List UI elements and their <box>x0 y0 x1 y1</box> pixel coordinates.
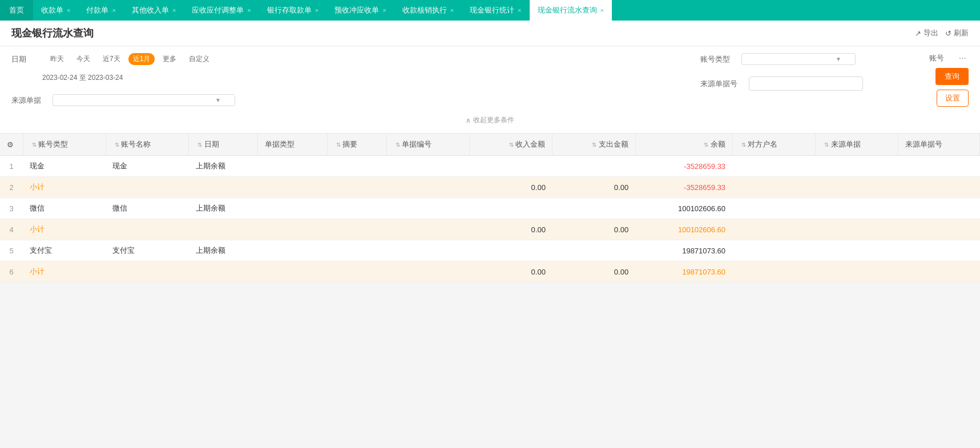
nav-tab-close-8[interactable]: × <box>600 0 604 21</box>
cell-doc-num <box>386 261 469 282</box>
source-doc-num-label: 来源单据号 <box>700 79 737 89</box>
col-header-source-doc-num[interactable]: 来源单据号 <box>898 134 980 156</box>
nav-tab-0[interactable]: 收款单 × <box>33 0 78 21</box>
nav-tab-close-0[interactable]: × <box>67 0 70 21</box>
col-header-date[interactable]: ⇅ 日期 <box>189 134 258 156</box>
cell-doc-num <box>386 156 469 177</box>
source-doc-num-input[interactable] <box>749 76 863 91</box>
cell-source-doc <box>815 177 898 198</box>
cell-income <box>470 156 552 177</box>
col-label-date: 日期 <box>204 140 219 148</box>
nav-tab-close-3[interactable]: × <box>247 0 251 21</box>
cell-source-doc <box>815 219 898 240</box>
collapse-bar[interactable]: ∧ 收起更多条件 <box>11 112 969 126</box>
nav-tab-close-5[interactable]: × <box>382 0 386 21</box>
cell-account-type: 小计 <box>23 177 106 198</box>
table-settings-icon[interactable]: ⚙ <box>7 140 14 149</box>
cell-date <box>189 219 258 240</box>
col-header-account-name[interactable]: ⇅ 账号名称 <box>106 134 188 156</box>
account-label: 账号 <box>929 53 952 63</box>
cell-doc-type <box>257 261 327 282</box>
cell-doc-num <box>386 240 469 261</box>
col-header-balance[interactable]: ⇅ 余额 <box>635 134 732 156</box>
cell-date: 上期余额 <box>189 240 258 261</box>
cell-balance: 19871073.60 <box>635 240 732 261</box>
col-header-counterpart[interactable]: ⇅ 对方户名 <box>732 134 815 156</box>
filter-account-row: 账号 ··· <box>929 53 969 63</box>
query-button[interactable]: 查询 <box>935 68 969 85</box>
nav-tab-8[interactable]: 现金银行流水查询 × <box>530 0 612 21</box>
nav-tab-6[interactable]: 收款核销执行 × <box>394 0 462 21</box>
cell-num: 2 <box>0 177 23 198</box>
cell-expense <box>552 156 635 177</box>
filter-area: 日期 昨天 今天 近7天 近1月 更多 自定义 2023-02-24 至 202… <box>0 46 980 134</box>
nav-tab-close-4[interactable]: × <box>315 0 318 21</box>
account-type-select[interactable]: ▼ <box>741 53 856 65</box>
col-header-doc-num[interactable]: ⇅ 单据编号 <box>386 134 469 156</box>
col-header-source-doc[interactable]: ⇅ 来源单据 <box>815 134 898 156</box>
date-opt-custom[interactable]: 自定义 <box>184 53 214 65</box>
nav-home[interactable]: 首页 <box>0 0 33 21</box>
sort-icon: ⇅ <box>115 142 119 148</box>
col-label-counterpart: 对方户名 <box>748 140 777 148</box>
date-opt-more[interactable]: 更多 <box>158 53 181 65</box>
cell-source-doc-num <box>898 240 980 261</box>
nav-tab-4[interactable]: 银行存取款单 × <box>259 0 326 21</box>
top-nav: 首页 收款单 × 付款单 × 其他收入单 × 应收应付调整单 × 银行存取款单 … <box>0 0 980 21</box>
nav-tab-close-7[interactable]: × <box>518 0 521 21</box>
nav-tab-close-6[interactable]: × <box>450 0 454 21</box>
nav-tab-7[interactable]: 现金银行统计 × <box>462 0 529 21</box>
nav-tab-1[interactable]: 付款单 × <box>78 0 123 21</box>
cell-account-name <box>106 177 188 198</box>
header-actions: ↗ 导出 ↺ 刷新 <box>915 28 969 38</box>
cell-summary <box>327 198 386 219</box>
date-label: 日期 <box>11 54 34 64</box>
cell-income: 0.00 <box>470 219 552 240</box>
export-label: 导出 <box>923 28 938 38</box>
date-range-display: 2023-02-24 至 2023-03-24 <box>42 73 123 83</box>
export-button[interactable]: ↗ 导出 <box>915 28 938 38</box>
col-header-doc-type[interactable]: 单据类型 <box>257 134 327 156</box>
nav-tab-label-7: 现金银行统计 <box>470 0 514 21</box>
refresh-button[interactable]: ↺ 刷新 <box>945 28 969 38</box>
cell-doc-num <box>386 198 469 219</box>
cell-income: 0.00 <box>470 177 552 198</box>
nav-tab-close-2[interactable]: × <box>172 0 176 21</box>
col-header-account-type[interactable]: ⇅ 账号类型 <box>23 134 106 156</box>
export-icon: ↗ <box>915 29 921 38</box>
nav-tab-3[interactable]: 应收应付调整单 × <box>184 0 259 21</box>
cell-income: 0.00 <box>470 261 552 282</box>
cell-num: 6 <box>0 261 23 282</box>
col-header-summary[interactable]: ⇅ 摘要 <box>327 134 386 156</box>
table-row: 4 小计 0.00 0.00 100102606.60 <box>0 219 980 240</box>
nav-tab-2[interactable]: 其他收入单 × <box>124 0 184 21</box>
date-opt-1month[interactable]: 近1月 <box>128 53 155 65</box>
cell-source-doc-num <box>898 156 980 177</box>
cell-summary <box>327 240 386 261</box>
col-header-expense[interactable]: ⇅ 支出金额 <box>552 134 635 156</box>
nav-tab-5[interactable]: 预收冲应收单 × <box>326 0 394 21</box>
date-opt-today[interactable]: 今天 <box>72 53 95 65</box>
settings-button[interactable]: 设置 <box>937 90 969 107</box>
cell-account-name: 现金 <box>106 156 188 177</box>
filter-account-type-row: 账号类型 ▼ <box>700 53 900 65</box>
account-dots-icon[interactable]: ··· <box>957 53 969 63</box>
collapse-label: 收起更多条件 <box>473 115 514 125</box>
refresh-icon: ↺ <box>945 29 951 38</box>
col-label-doc-type: 单据类型 <box>265 140 295 148</box>
nav-tab-close-1[interactable]: × <box>112 0 115 21</box>
cell-expense: 0.00 <box>552 219 635 240</box>
col-label-doc-num: 单据编号 <box>402 140 431 148</box>
cell-doc-type <box>257 240 327 261</box>
date-opt-7days[interactable]: 近7天 <box>98 53 125 65</box>
cell-account-name: 微信 <box>106 198 188 219</box>
cell-account-type: 小计 <box>23 261 106 282</box>
cell-doc-type <box>257 219 327 240</box>
col-header-income[interactable]: ⇅ 收入金额 <box>470 134 552 156</box>
cell-counterpart <box>732 198 815 219</box>
date-opt-yesterday[interactable]: 昨天 <box>46 53 68 65</box>
source-doc-select[interactable]: ▼ <box>53 94 235 106</box>
col-label-income: 收入金额 <box>515 140 545 148</box>
cell-counterpart <box>732 261 815 282</box>
settings-col-header[interactable]: ⚙ <box>0 134 23 156</box>
